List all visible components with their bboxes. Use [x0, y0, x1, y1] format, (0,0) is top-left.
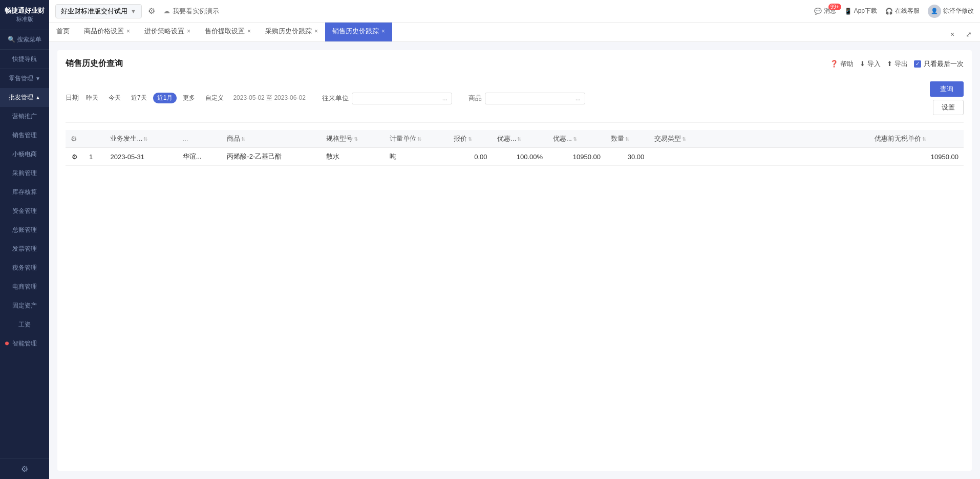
online-service-button[interactable]: 🎧 在线客服	[885, 7, 920, 15]
row-trans-type	[649, 148, 713, 166]
date-options: 昨天今天近7天近1月更多自定义	[82, 93, 228, 103]
col-price[interactable]: 报价⇅	[449, 130, 492, 148]
row-gear-icon: ⚙	[72, 153, 78, 161]
workspace-label: 好业财标准版交付试用	[61, 7, 127, 16]
sidebar: 畅捷通好业财 标准版 🔍 搜索菜单 快捷导航 零售管理▼批发管理▲营销推广销售管…	[0, 0, 49, 479]
row-gear[interactable]: ⚙	[66, 148, 84, 166]
table-settings-icon[interactable]: ⚙	[71, 135, 77, 143]
sidebar-item-0[interactable]: 零售管理▼	[0, 69, 49, 88]
date-option-2[interactable]: 近7天	[127, 93, 151, 103]
sidebar-settings-icon[interactable]: ⚙	[21, 465, 28, 473]
col-discount2[interactable]: 优惠...⇅	[548, 130, 606, 148]
main-area: 好业财标准版交付试用 ▼ ⚙ ☁ 我要看实例演示 💬 消息 99+ 📱 App下…	[49, 0, 980, 479]
only-last-checkbox-label[interactable]: ✓ 只看最后一次	[914, 59, 964, 69]
product-filter-group: 商品 ...	[468, 93, 585, 104]
col-pretax-price[interactable]: 优惠前无税单价⇅	[869, 130, 964, 148]
date-option-3[interactable]: 近1月	[153, 93, 177, 103]
row-pretax-price: 10950.00	[869, 148, 964, 166]
col-trans-type[interactable]: 交易类型⇅	[649, 130, 713, 148]
from-unit-search-icon[interactable]: ...	[442, 95, 448, 102]
app-logo: 畅捷通好业财 标准版	[0, 0, 49, 30]
tab-close-sales-history[interactable]: ×	[381, 28, 385, 35]
settings-button[interactable]: 设置	[933, 100, 964, 115]
sidebar-nav: 零售管理▼批发管理▲营销推广销售管理小畅电商采购管理库存核算资金管理总账管理发票…	[0, 69, 49, 459]
date-option-5[interactable]: 自定义	[201, 93, 228, 103]
import-icon: ⬇	[860, 60, 865, 68]
tab-close-sale-price[interactable]: ×	[247, 28, 251, 35]
sidebar-item-4[interactable]: 小畅电商	[0, 145, 49, 164]
window-expand-button[interactable]: ⤢	[962, 27, 976, 41]
tab-close-product-price[interactable]: ×	[126, 28, 130, 35]
user-avatar: 👤	[928, 5, 941, 18]
tab-sales-history[interactable]: 销售历史价跟踪×	[325, 23, 392, 41]
export-link[interactable]: ⬆ 导出	[887, 59, 908, 69]
import-link[interactable]: ⬇ 导入	[860, 59, 881, 69]
app-edition: 标准版	[4, 15, 45, 23]
sidebar-item-11[interactable]: 电商管理	[0, 277, 49, 296]
row-date: 2023-05-31	[105, 148, 177, 166]
demo-button[interactable]: ☁ 我要看实例演示	[163, 7, 219, 16]
date-option-1[interactable]: 今天	[104, 93, 125, 103]
sidebar-item-8[interactable]: 总账管理	[0, 221, 49, 239]
tab-purchase-history[interactable]: 采购历史价跟踪×	[258, 23, 325, 41]
date-option-4[interactable]: 更多	[179, 93, 199, 103]
tab-sale-price[interactable]: 售价提取设置×	[198, 23, 258, 41]
date-filter-group: 日期 昨天今天近7天近1月更多自定义 2023-05-02 至 2023-06-…	[66, 93, 306, 103]
app-download-button[interactable]: 📱 App下载	[844, 7, 877, 15]
col-qty[interactable]: 数量⇅	[606, 130, 649, 148]
sidebar-item-10[interactable]: 税务管理	[0, 258, 49, 277]
table-row: ⚙ 1 2023-05-31 华谊... 丙烯酸-2-乙基己酯 散水 吨 0.0…	[66, 148, 964, 166]
page-card: 销售历史价查询 ❓ 帮助 ⬇ 导入 ⬆ 导出 ✓	[57, 50, 972, 471]
quick-nav-button[interactable]: 快捷导航	[0, 50, 49, 69]
user-menu-button[interactable]: 👤 徐泽华修改	[928, 5, 974, 18]
col-unit[interactable]: 计量单位⇅	[385, 130, 449, 148]
sidebar-item-7[interactable]: 资金管理	[0, 202, 49, 221]
date-option-0[interactable]: 昨天	[82, 93, 102, 103]
sidebar-item-6[interactable]: 库存核算	[0, 183, 49, 202]
col-date[interactable]: 业务发生...⇅	[105, 130, 177, 148]
messages-button[interactable]: 💬 消息 99+	[814, 7, 836, 15]
app-name: 畅捷通好业财	[4, 6, 45, 15]
only-last-checkbox[interactable]: ✓	[914, 60, 921, 68]
mobile-icon: 📱	[844, 8, 852, 15]
headset-icon: 🎧	[885, 8, 893, 15]
sidebar-item-3[interactable]: 销售管理	[0, 126, 49, 145]
tab-purchase-strategy[interactable]: 进价策略设置×	[137, 23, 198, 41]
help-link[interactable]: ❓ 帮助	[830, 59, 854, 69]
sidebar-item-14[interactable]: 智能管理	[0, 334, 49, 353]
col-spec[interactable]: 规格型号⇅	[321, 130, 385, 148]
col-product[interactable]: 商品⇅	[222, 130, 321, 148]
messages-badge: 99+	[828, 4, 841, 10]
col-seq	[84, 130, 105, 148]
tab-product-price[interactable]: 商品价格设置×	[77, 23, 137, 41]
sidebar-item-13[interactable]: 工资	[0, 315, 49, 334]
row-spacer	[713, 148, 869, 166]
page-content: 销售历史价查询 ❓ 帮助 ⬇ 导入 ⬆ 导出 ✓	[49, 42, 980, 479]
sidebar-item-1[interactable]: 批发管理▲	[0, 88, 49, 107]
col-spacer	[713, 130, 869, 148]
window-close-button[interactable]: ×	[945, 27, 960, 41]
sidebar-item-2[interactable]: 营销推广	[0, 107, 49, 126]
tab-close-purchase-strategy[interactable]: ×	[187, 28, 190, 35]
sidebar-footer: ⚙	[0, 459, 49, 479]
tab-home[interactable]: 首页	[49, 23, 77, 41]
sidebar-item-9[interactable]: 发票管理	[0, 239, 49, 258]
date-range-display: 2023-05-02 至 2023-06-02	[233, 94, 305, 102]
workspace-selector[interactable]: 好业财标准版交付试用 ▼	[55, 4, 142, 18]
col-more[interactable]: ...	[178, 130, 222, 148]
product-search-icon[interactable]: ...	[576, 95, 581, 102]
from-unit-input[interactable]	[356, 95, 442, 102]
search-menu-button[interactable]: 🔍 搜索菜单	[0, 30, 49, 50]
product-input[interactable]	[489, 95, 576, 102]
query-button[interactable]: 查询	[930, 81, 964, 97]
topbar-settings-icon[interactable]: ⚙	[148, 6, 155, 16]
col-discount1[interactable]: 优惠...⇅	[492, 130, 548, 148]
sidebar-item-12[interactable]: 固定资产	[0, 296, 49, 315]
row-spec: 散水	[321, 148, 385, 166]
from-unit-input-wrap: ...	[352, 93, 452, 104]
tab-close-purchase-history[interactable]: ×	[314, 28, 318, 35]
from-unit-filter-group: 往来单位 ...	[322, 93, 452, 104]
sidebar-item-5[interactable]: 采购管理	[0, 164, 49, 183]
filter-area: 日期 昨天今天近7天近1月更多自定义 2023-05-02 至 2023-06-…	[66, 76, 964, 123]
export-icon: ⬆	[887, 60, 892, 68]
